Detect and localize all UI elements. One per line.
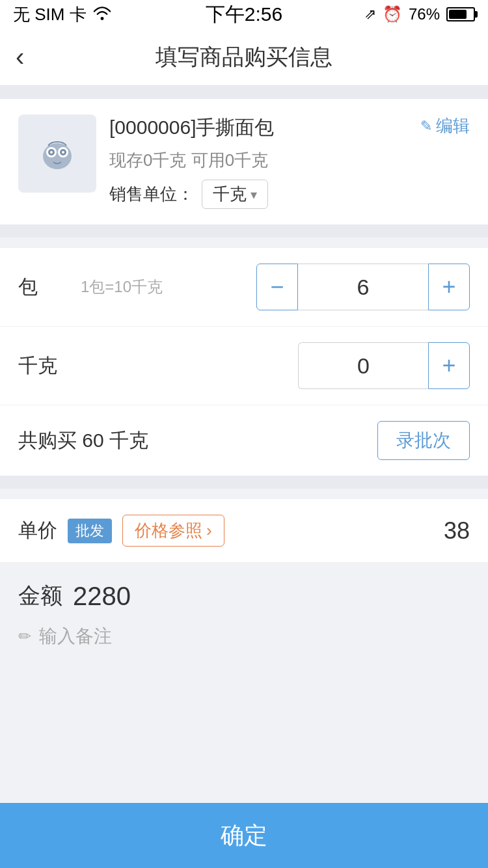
alarm-icon: ⏰: [383, 5, 402, 23]
chevron-down-icon: ▾: [251, 187, 257, 202]
product-logo-icon: [36, 133, 78, 174]
bao-hint: 1包=10千克: [81, 277, 246, 297]
product-section: [0000006]手撕面包 现存0千克 可用0千克 销售单位： 千克 ▾ ✎ 编…: [0, 99, 488, 224]
price-label: 单价: [18, 517, 57, 544]
status-left: 无 SIM 卡: [13, 3, 113, 26]
remark-row[interactable]: ✏ 输入备注: [18, 624, 470, 649]
price-ref-label: 价格参照: [135, 519, 202, 542]
kg-label: 千克: [18, 353, 70, 379]
price-tag: 批发: [68, 519, 112, 543]
bao-input[interactable]: [298, 264, 428, 310]
bao-row: 包 1包=10千克 − +: [0, 248, 488, 327]
svg-point-0: [43, 143, 72, 169]
input-section: 包 1包=10千克 − + 千克 + 共购买 60 千克 录批次: [0, 248, 488, 476]
bao-minus-button[interactable]: −: [256, 264, 298, 310]
back-button[interactable]: ‹: [16, 42, 24, 72]
edit-label: 编辑: [436, 115, 470, 137]
battery-percent: 76%: [409, 5, 440, 23]
chevron-right-icon: ›: [206, 521, 212, 541]
svg-point-5: [50, 151, 53, 154]
nav-bar: ‹ 填写商品购买信息: [0, 29, 488, 86]
amount-section: 金额 2280 ✏ 输入备注: [0, 563, 488, 659]
confirm-button[interactable]: 确定: [0, 803, 488, 868]
price-value: 38: [444, 517, 470, 545]
unit-label: 销售单位：: [109, 183, 194, 206]
summary-text: 共购买 60 千克: [18, 427, 148, 454]
location-icon: ⇗: [364, 6, 376, 23]
amount-label: 金额: [18, 581, 62, 611]
pencil-icon: ✏: [18, 627, 31, 645]
price-ref-button[interactable]: 价格参照 ›: [122, 515, 224, 547]
unit-select[interactable]: 千克 ▾: [202, 180, 268, 209]
divider-top: [0, 86, 488, 99]
spacer: [0, 659, 488, 803]
status-right: ⇗ ⏰ 76%: [364, 5, 475, 23]
edit-icon: ✎: [420, 118, 432, 135]
kg-input[interactable]: [298, 342, 428, 389]
wifi-icon: [92, 5, 113, 25]
product-unit-row: 销售单位： 千克 ▾: [109, 180, 470, 209]
status-bar: 无 SIM 卡 下午2:56 ⇗ ⏰ 76%: [0, 0, 488, 29]
bao-plus-button[interactable]: +: [428, 264, 470, 310]
kg-plus-button[interactable]: +: [428, 342, 470, 389]
carrier-text: 无 SIM 卡: [13, 3, 87, 26]
amount-value: 2280: [73, 582, 131, 611]
confirm-label: 确定: [221, 820, 267, 852]
bao-label: 包: [18, 274, 70, 301]
amount-row: 金额 2280: [18, 581, 470, 611]
divider-mid: [0, 224, 488, 237]
product-thumbnail: [18, 115, 96, 193]
battery-icon: [446, 7, 475, 21]
price-section: 单价 批发 价格参照 › 38: [0, 499, 488, 563]
kg-controls: +: [298, 342, 470, 389]
summary-row: 共购买 60 千克 录批次: [0, 405, 488, 476]
batch-button[interactable]: 录批次: [377, 421, 470, 460]
status-time: 下午2:56: [206, 1, 282, 28]
product-stock: 现存0千克 可用0千克: [109, 149, 470, 172]
page-title: 填写商品购买信息: [156, 42, 332, 72]
svg-point-6: [62, 151, 64, 154]
product-info: [0000006]手撕面包 现存0千克 可用0千克 销售单位： 千克 ▾: [109, 115, 470, 209]
bao-controls: − +: [256, 264, 470, 310]
divider-price: [0, 476, 488, 489]
remark-placeholder: 输入备注: [39, 624, 112, 649]
kg-row: 千克 +: [0, 327, 488, 405]
product-name: [0000006]手撕面包: [109, 115, 470, 141]
unit-value: 千克: [213, 183, 247, 206]
edit-button[interactable]: ✎ 编辑: [420, 115, 470, 137]
